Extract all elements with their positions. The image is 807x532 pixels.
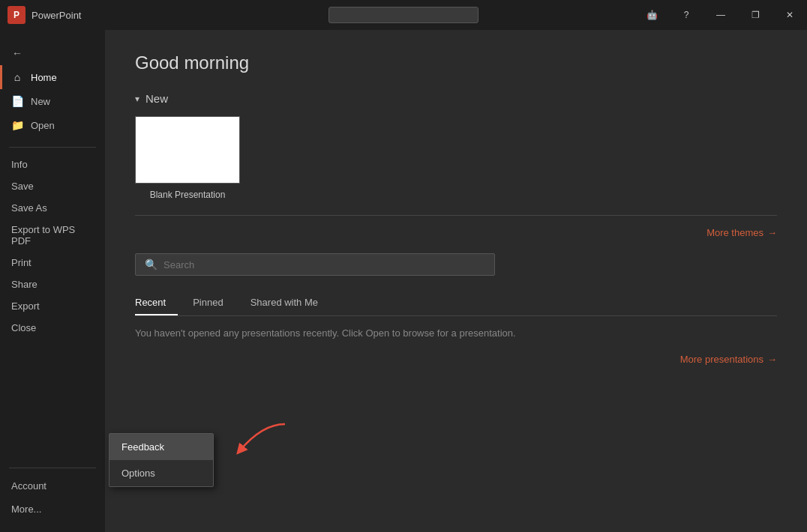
popup-menu: Feedback Options	[109, 433, 214, 487]
sidebar-item-export-wps[interactable]: Export to WPS PDF	[0, 219, 105, 252]
titlebar-search-input[interactable]	[328, 7, 478, 23]
new-section-collapse-btn[interactable]: ▾	[135, 94, 140, 104]
open-icon: 📁	[11, 119, 23, 131]
sidebar-item-more[interactable]: More...	[0, 498, 105, 521]
sidebar-item-home-label: Home	[31, 72, 57, 83]
more-presentations-label: More presentations	[680, 354, 764, 365]
app-name: PowerPoint	[32, 10, 81, 21]
app-logo: P PowerPoint	[8, 6, 81, 24]
template-blank[interactable]: Blank Presentation	[135, 116, 240, 200]
arrow-annotation	[218, 417, 292, 465]
sidebar-item-info[interactable]: Info	[0, 154, 105, 175]
sidebar-item-save-as[interactable]: Save As	[0, 197, 105, 219]
titlebar-controls: 🤖 ? — ❐ ✕	[634, 0, 807, 30]
empty-message: You haven't opened any presentations rec…	[135, 327, 777, 339]
sidebar-item-close[interactable]: Close	[0, 317, 105, 339]
sidebar-item-new-label: New	[31, 96, 50, 107]
sidebar-divider-2	[9, 468, 96, 468]
sidebar-nav-top: ← ⌂ Home 📄 New 📁 Open	[0, 37, 105, 141]
minimize-button[interactable]: —	[704, 0, 738, 30]
search-icon: 🔍	[145, 259, 158, 270]
new-section-divider	[135, 215, 777, 216]
close-button[interactable]: ✕	[772, 0, 807, 30]
more-presentations-link[interactable]: More presentations →	[135, 354, 777, 365]
templates-row: Blank Presentation	[135, 116, 777, 200]
home-icon: ⌂	[11, 71, 23, 83]
sidebar-item-open-label: Open	[31, 120, 55, 131]
popup-options-item[interactable]: Options	[110, 460, 213, 486]
titlebar-search[interactable]	[328, 7, 478, 23]
tab-pinned[interactable]: Pinned	[193, 291, 235, 315]
sidebar-item-new[interactable]: 📄 New	[0, 89, 105, 113]
sidebar-back-button[interactable]: ←	[0, 41, 105, 65]
sidebar-item-export[interactable]: Export	[0, 295, 105, 317]
titlebar: P PowerPoint 🤖 ? — ❐ ✕	[0, 0, 807, 30]
sidebar-bottom: Account More...	[0, 462, 105, 525]
copilot-button[interactable]: 🤖	[634, 0, 669, 30]
sidebar-item-print[interactable]: Print	[0, 252, 105, 273]
popup-feedback-item[interactable]: Feedback	[110, 434, 213, 460]
more-themes-link[interactable]: More themes →	[135, 227, 777, 238]
app-logo-icon: P	[8, 6, 26, 24]
more-presentations-arrow-icon: →	[767, 354, 777, 365]
sidebar-item-save[interactable]: Save	[0, 175, 105, 197]
search-input[interactable]	[164, 259, 485, 270]
new-icon: 📄	[11, 95, 23, 107]
template-blank-label: Blank Presentation	[150, 190, 226, 200]
tab-shared[interactable]: Shared with Me	[250, 291, 330, 315]
new-section-title: New	[146, 92, 168, 105]
back-icon: ←	[11, 47, 23, 59]
tab-recent[interactable]: Recent	[135, 291, 178, 315]
search-bar[interactable]: 🔍	[135, 253, 495, 276]
sidebar-item-share[interactable]: Share	[0, 273, 105, 295]
sidebar-item-open[interactable]: 📁 Open	[0, 113, 105, 137]
help-button[interactable]: ?	[669, 0, 704, 30]
template-blank-thumb	[135, 116, 240, 184]
more-themes-label: More themes	[706, 227, 764, 238]
sidebar-divider-1	[9, 147, 96, 148]
sidebar: ← ⌂ Home 📄 New 📁 Open Info Save Save As …	[0, 30, 105, 532]
sidebar-item-account[interactable]: Account	[0, 474, 105, 498]
tabs: Recent Pinned Shared with Me	[135, 291, 777, 316]
restore-button[interactable]: ❐	[738, 0, 772, 30]
new-section-header: ▾ New	[135, 92, 777, 105]
more-themes-arrow-icon: →	[767, 227, 777, 238]
sidebar-item-home[interactable]: ⌂ Home	[0, 65, 105, 89]
greeting: Good morning	[135, 52, 777, 73]
